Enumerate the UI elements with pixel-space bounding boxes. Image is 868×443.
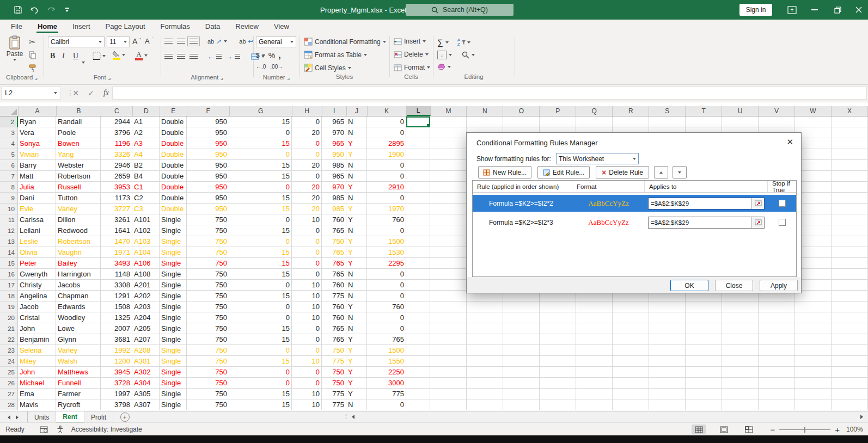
cell-H2[interactable]: 0 — [292, 116, 322, 127]
format-cells-button[interactable]: Format — [394, 64, 430, 71]
cell-A19[interactable]: Jacob — [18, 302, 56, 312]
cell-B19[interactable]: Edwards — [56, 302, 101, 312]
cell-K17[interactable]: 0 — [367, 280, 406, 291]
cell-C6[interactable]: 2946 — [101, 160, 132, 171]
column-header-Q[interactable]: Q — [576, 106, 613, 116]
cell-F27[interactable]: 750 — [187, 389, 229, 399]
cell-G28[interactable]: 15 — [229, 399, 292, 410]
cell-C13[interactable]: 1470 — [101, 236, 132, 247]
cell-X12[interactable] — [832, 225, 868, 236]
cell-B16[interactable]: Harrington — [56, 269, 101, 280]
column-header-N[interactable]: N — [467, 106, 503, 116]
cell-J15[interactable]: Y — [346, 258, 367, 269]
cell-L28[interactable] — [406, 399, 430, 410]
cell-X19[interactable] — [832, 302, 868, 312]
cell-S19[interactable] — [649, 302, 686, 312]
cell-S27[interactable] — [649, 389, 686, 399]
move-rule-up-button[interactable] — [654, 166, 668, 179]
column-header-H[interactable]: H — [292, 106, 322, 116]
page-layout-view-icon[interactable] — [717, 424, 731, 434]
cell-A14[interactable]: Olivia — [18, 247, 56, 258]
cell-L9[interactable] — [406, 193, 430, 204]
cell-A22[interactable]: Benjamin — [18, 334, 56, 345]
cell-B20[interactable]: Woodley — [56, 312, 101, 323]
cell-A13[interactable]: Leslie — [18, 236, 56, 247]
cell-K25[interactable]: 2250 — [367, 367, 406, 378]
cell-H3[interactable]: 20 — [292, 127, 322, 138]
cell-H19[interactable]: 10 — [292, 302, 322, 312]
column-header-A[interactable]: A — [19, 106, 57, 116]
cell-A23[interactable]: Selena — [18, 345, 56, 356]
applies-to-field[interactable] — [648, 198, 765, 210]
cell-M17[interactable] — [430, 280, 467, 291]
cell-E10[interactable]: Double — [160, 204, 187, 214]
increase-indent-icon[interactable]: → — [226, 53, 240, 60]
cell-F26[interactable]: 750 — [187, 378, 229, 389]
autosum-icon[interactable]: ∑ — [437, 38, 443, 47]
cell-H6[interactable]: 20 — [292, 160, 322, 171]
cell-F28[interactable]: 750 — [187, 399, 229, 410]
cell-I21[interactable]: 765 — [322, 323, 346, 334]
cell-E5[interactable]: Double — [160, 149, 187, 160]
align-left-icon[interactable] — [164, 54, 173, 59]
cell-K18[interactable]: 0 — [367, 291, 406, 302]
delete-rule-button[interactable]: × Delete Rule — [596, 166, 649, 179]
cell-L5[interactable] — [406, 149, 430, 160]
align-bottom-icon[interactable] — [190, 39, 198, 44]
sign-in-button[interactable]: Sign in — [739, 4, 772, 16]
cell-F13[interactable]: 750 — [187, 236, 229, 247]
cell-Q26[interactable] — [576, 378, 613, 389]
insert-function-icon[interactable]: fx — [99, 87, 113, 100]
cell-X17[interactable] — [832, 280, 868, 291]
cell-S25[interactable] — [649, 367, 686, 378]
cell-L20[interactable] — [406, 312, 430, 323]
collapse-dialog-icon[interactable] — [751, 198, 764, 209]
cell-A16[interactable]: Gwenyth — [18, 269, 56, 280]
cell-T24[interactable] — [686, 356, 722, 367]
cell-O27[interactable] — [503, 389, 540, 399]
cell-H7[interactable]: 0 — [292, 171, 322, 182]
tab-view[interactable]: View — [266, 20, 297, 33]
cell-E12[interactable]: Single — [160, 225, 187, 236]
cell-J10[interactable]: Y — [346, 204, 367, 214]
cell-C27[interactable]: 1997 — [101, 389, 132, 399]
italic-icon[interactable]: I — [62, 52, 65, 60]
cell-E20[interactable]: Single — [160, 312, 187, 323]
conditional-formatting-button[interactable]: Conditional Formatting — [304, 38, 386, 46]
cell-E23[interactable]: Single — [160, 345, 187, 356]
applies-to-input[interactable] — [649, 200, 751, 207]
cell-D19[interactable]: A203 — [132, 302, 160, 312]
cell-H17[interactable]: 10 — [292, 280, 322, 291]
cell-P19[interactable] — [540, 302, 576, 312]
font-color-icon[interactable]: A — [135, 51, 148, 60]
cell-D14[interactable]: A104 — [132, 247, 160, 258]
row-header-10[interactable]: 10 — [0, 204, 18, 214]
cell-H10[interactable]: 20 — [292, 204, 322, 214]
cell-C22[interactable]: 3681 — [101, 334, 132, 345]
underline-icon[interactable]: U — [73, 52, 78, 60]
cell-F18[interactable]: 750 — [187, 291, 229, 302]
cell-G3[interactable]: 0 — [229, 127, 292, 138]
column-header-M[interactable]: M — [431, 106, 467, 116]
cell-T27[interactable] — [686, 389, 722, 399]
cell-A2[interactable]: Ryan — [18, 116, 56, 127]
cell-V23[interactable] — [759, 345, 795, 356]
cell-A15[interactable]: Peter — [18, 258, 56, 269]
cell-J12[interactable]: N — [346, 225, 367, 236]
cell-L27[interactable] — [406, 389, 430, 399]
clear-icon[interactable] — [437, 64, 445, 70]
cell-X28[interactable] — [832, 399, 868, 410]
cell-M7[interactable] — [430, 171, 467, 182]
cell-I23[interactable]: 750 — [322, 345, 346, 356]
cell-L7[interactable] — [406, 171, 430, 182]
cell-L23[interactable] — [406, 345, 430, 356]
row-header-16[interactable]: 16 — [0, 269, 18, 280]
column-header-G[interactable]: G — [230, 106, 292, 116]
cell-B13[interactable]: Robertson — [56, 236, 101, 247]
cell-B5[interactable]: Yang — [56, 149, 101, 160]
borders-icon[interactable] — [93, 52, 106, 60]
cell-Q25[interactable] — [576, 367, 613, 378]
cell-F5[interactable]: 950 — [187, 149, 229, 160]
cell-I8[interactable]: 970 — [322, 182, 346, 193]
cell-M24[interactable] — [430, 356, 467, 367]
